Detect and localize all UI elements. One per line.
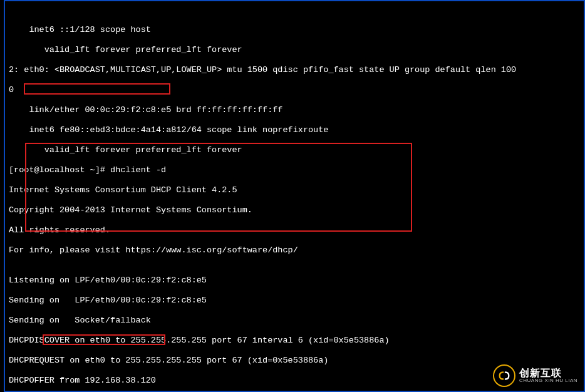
terminal-line: Internet Systems Consortium DHCP Client … (9, 185, 580, 195)
terminal-window[interactable]: inet6 ::1/128 scope host valid_lft forev… (4, 0, 585, 392)
terminal-line: inet6 fe80::ebd3:bdce:4a14:a812/64 scope… (9, 125, 580, 135)
terminal-line: Listening on LPF/eth0/00:0c:29:f2:c8:e5 (9, 276, 580, 286)
terminal-line: valid_lft forever preferred_lft forever (9, 45, 580, 55)
terminal-line: 2: eth0: <BROADCAST,MULTICAST,UP,LOWER_U… (9, 65, 580, 75)
terminal-line: All rights reserved. (9, 225, 580, 235)
terminal-line: Sending on LPF/eth0/00:0c:29:f2:c8:e5 (9, 296, 580, 306)
terminal-line: valid_lft forever preferred_lft forever (9, 145, 580, 155)
terminal-line: 0 (9, 85, 580, 95)
terminal-line: inet6 ::1/128 scope host (9, 25, 580, 35)
terminal-line: link/ether 00:0c:29:f2:c8:e5 brd ff:ff:f… (9, 105, 580, 115)
terminal-line: DHCPDISCOVER on eth0 to 255.255.255.255 … (9, 336, 580, 346)
terminal-line: DHCPREQUEST on eth0 to 255.255.255.255 p… (9, 356, 580, 366)
terminal-line: DHCPOFFER from 192.168.38.120 (9, 376, 580, 386)
terminal-line: Copyright 2004-2013 Internet Systems Con… (9, 205, 580, 215)
terminal-command-dhclient: [root@localhost ~]# dhclient -d (9, 165, 580, 175)
terminal-line: Sending on Socket/fallback (9, 316, 580, 326)
terminal-line: For info, please visit https://www.isc.o… (9, 245, 580, 255)
